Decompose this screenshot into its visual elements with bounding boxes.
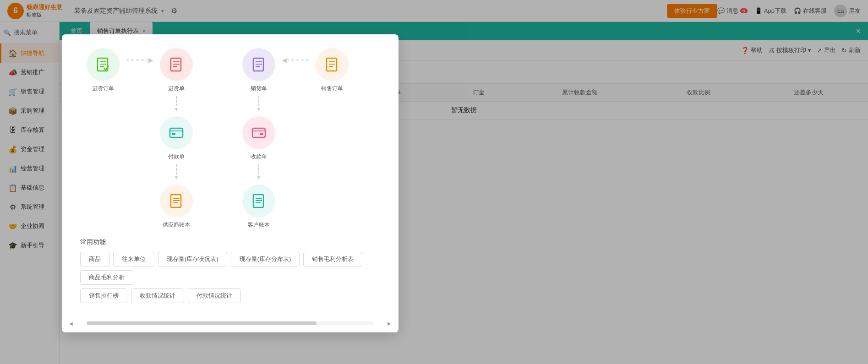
sales-order-icon: [316, 48, 349, 81]
flow-col-sales-bill: 销货单 ▼ 收款单: [236, 48, 282, 229]
payment-icon: [160, 116, 193, 149]
func-btn-receipt-stats[interactable]: 收款情况统计: [131, 288, 184, 303]
arrow-payment-down: ▼: [174, 164, 179, 181]
func-btn-contacts[interactable]: 往来单位: [113, 252, 154, 266]
common-functions-area: 常用功能 商品 往来单位 现存量(库存状况表) 现存量(库存分布表) 销售毛利分…: [62, 238, 399, 316]
sales-order-label: 销售订单: [321, 85, 343, 92]
svg-rect-19: [252, 128, 265, 137]
func-btn-sales-rank[interactable]: 销售排行榜: [80, 288, 127, 303]
supplier-account-label: 供应商账本: [163, 221, 190, 229]
receipt-icon: [242, 116, 275, 149]
arrow-sales-order-to-bill: ◀: [282, 48, 309, 64]
svg-rect-21: [260, 133, 263, 135]
func-btn-stock-status[interactable]: 现存量(库存状况表): [158, 252, 227, 266]
arrow-purchase-bill-down: ▼: [174, 96, 179, 113]
arrow-receipt-down: ▼: [256, 164, 262, 181]
flow-node-purchase-order[interactable]: 进货订单: [80, 48, 126, 92]
func-buttons-row1: 商品 往来单位 现存量(库存状况表) 现存量(库存分布表) 销售毛利分析表 商品…: [80, 252, 380, 285]
sales-bill-icon: [242, 48, 275, 81]
flow-node-sales-bill[interactable]: 销货单: [236, 48, 282, 92]
scroll-right-arrow[interactable]: ▶: [386, 320, 393, 327]
flow-node-sales-order[interactable]: 销售订单: [309, 48, 355, 92]
payment-label: 付款单: [168, 153, 185, 161]
purchase-bill-label: 进货单: [168, 85, 185, 92]
func-buttons-row2: 销售排行榜 收款情况统计 付款情况统计: [80, 288, 380, 303]
arrow-purchase-to-bill: ▶: [126, 48, 153, 64]
supplier-account-icon: [160, 185, 193, 217]
func-btn-stock-dist[interactable]: 现存量(库存分布表): [231, 252, 300, 266]
modal-scrollbar[interactable]: [87, 321, 374, 325]
flow-node-payment[interactable]: 付款单: [153, 116, 199, 161]
purchase-order-icon: [87, 48, 120, 81]
flow-node-purchase-bill[interactable]: 进货单: [153, 48, 199, 92]
quick-nav-modal: 进货订单 ▶ 进货单: [62, 34, 399, 332]
func-btn-product[interactable]: 商品: [80, 252, 109, 266]
scroll-left-arrow[interactable]: ◀: [67, 320, 75, 327]
svg-rect-8: [170, 128, 183, 137]
arrow-sales-bill-down: ▼: [256, 96, 262, 113]
purchase-bill-icon: [160, 48, 193, 81]
flow-diagram-area: 进货订单 ▶ 进货单: [62, 34, 399, 238]
func-btn-sales-gross[interactable]: 销售毛利分析表: [303, 252, 362, 266]
customer-account-label: 客户账本: [248, 221, 270, 229]
svg-rect-10: [172, 133, 175, 135]
common-functions-title: 常用功能: [80, 238, 380, 246]
flow-node-receipt[interactable]: 收款单: [236, 116, 282, 161]
func-btn-payment-stats[interactable]: 付款情况统计: [188, 288, 241, 303]
customer-account-icon: [242, 185, 275, 217]
flow-col-purchase-order: 进货订单: [80, 48, 126, 92]
func-btn-product-gross[interactable]: 商品毛利分析: [80, 270, 133, 285]
flow-col-purchase-bill: 进货单 ▼ 付款单: [153, 48, 199, 229]
purchase-order-label: 进货订单: [92, 85, 114, 92]
receipt-label: 收款单: [251, 153, 267, 161]
sales-bill-label: 销货单: [251, 85, 267, 92]
flow-node-customer-account[interactable]: 客户账本: [236, 185, 282, 229]
flow-node-supplier-account[interactable]: 供应商账本: [153, 185, 199, 229]
modal-scrollbar-area: ◀ ▶: [62, 316, 399, 332]
modal-overlay[interactable]: 进货订单 ▶ 进货单: [0, 0, 868, 364]
modal-scrollbar-thumb: [87, 321, 317, 325]
flow-col-sales-order: 销售订单: [309, 48, 355, 92]
